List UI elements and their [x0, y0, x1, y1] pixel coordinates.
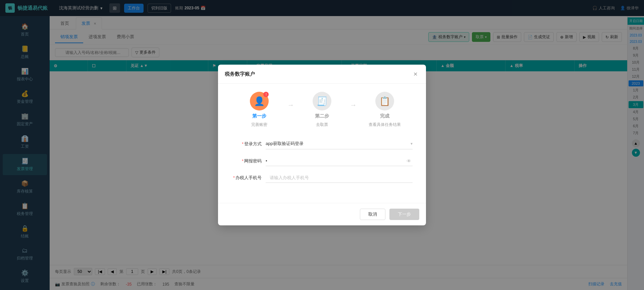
dialog-title: 税务数字账户	[225, 71, 255, 77]
step-1-icon-wrap: 👤 !	[250, 92, 269, 111]
dialog-form: 登录方式 app获取验证码登录 ▾ 网报密码 👁 办税人手机号	[231, 138, 413, 183]
form-row-password: 网报密码 👁	[231, 156, 413, 166]
step-3: 📋 完成 查看具体任务结果	[357, 92, 413, 128]
step-1-icon: 👤	[254, 96, 265, 106]
eye-icon[interactable]: 👁	[405, 157, 413, 165]
step-2-icon: 🧾	[317, 96, 327, 106]
next-btn[interactable]: 下一步	[389, 209, 419, 220]
step-1-desc: 完善账密	[251, 122, 267, 128]
modal-overlay: 税务数字账户 ✕ 👤 ! 第一步 完善账密 → 🧾	[0, 0, 644, 290]
step-2-label: 第二步	[315, 113, 329, 119]
step-2-icon-wrap: 🧾	[313, 92, 331, 111]
dialog-body: 👤 ! 第一步 完善账密 → 🧾 第二步 去取票 →	[218, 84, 426, 203]
phone-input[interactable]	[266, 173, 413, 183]
step-1-badge: !	[263, 92, 269, 97]
form-row-login-method: 登录方式 app获取验证码登录 ▾	[231, 138, 413, 149]
step-arrow-1: →	[287, 101, 294, 109]
login-method-dropdown-icon: ▾	[411, 141, 413, 146]
step-arrow-2: →	[350, 101, 357, 109]
login-method-select[interactable]: app获取验证码登录 ▾	[266, 138, 413, 149]
step-2-desc: 去取票	[316, 122, 328, 128]
login-method-value: app获取验证码登录	[266, 141, 411, 147]
cancel-btn[interactable]: 取消	[360, 209, 385, 220]
login-method-label: 登录方式	[231, 141, 262, 147]
steps-container: 👤 ! 第一步 完善账密 → 🧾 第二步 去取票 →	[231, 92, 413, 128]
step-3-icon-wrap: 📋	[375, 92, 394, 111]
phone-label: 办税人手机号	[231, 175, 262, 181]
password-label: 网报密码	[231, 158, 262, 164]
password-input[interactable]	[266, 156, 405, 166]
step-1: 👤 ! 第一步 完善账密	[231, 92, 287, 128]
step-1-label: 第一步	[252, 113, 266, 119]
step-3-icon: 📋	[379, 96, 390, 106]
dialog-close-btn[interactable]: ✕	[411, 70, 419, 78]
password-field: 👁	[266, 156, 413, 166]
tax-digital-account-dialog: 税务数字账户 ✕ 👤 ! 第一步 完善账密 → 🧾	[218, 65, 426, 225]
step-2: 🧾 第二步 去取票	[294, 92, 350, 128]
step-3-desc: 查看具体任务结果	[369, 122, 401, 128]
step-3-label: 完成	[380, 113, 389, 119]
dialog-header: 税务数字账户 ✕	[218, 65, 426, 84]
form-row-phone: 办税人手机号	[231, 173, 413, 183]
dialog-footer: 取消 下一步	[218, 203, 426, 225]
